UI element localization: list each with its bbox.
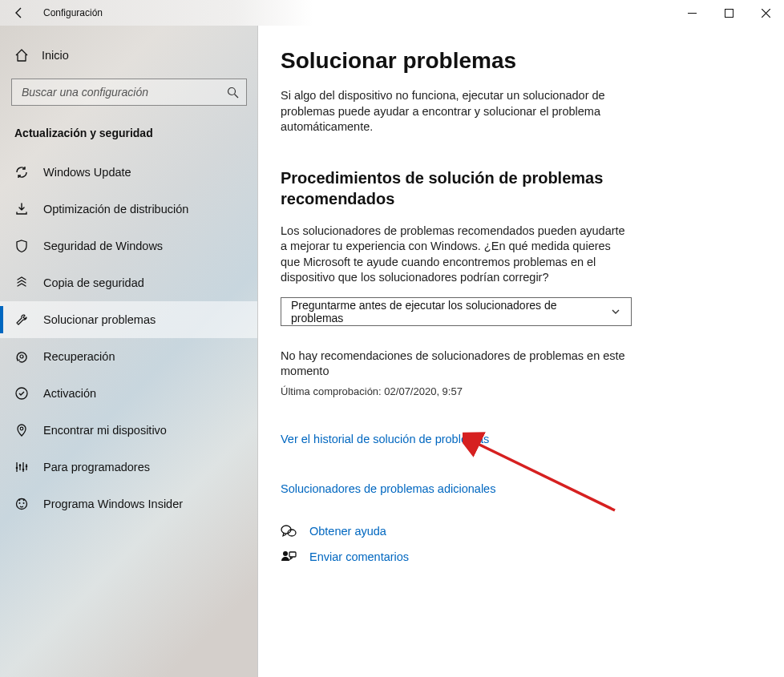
sidebar-item-label: Programa Windows Insider	[43, 498, 183, 510]
sidebar-item-label: Optimización de distribución	[43, 203, 188, 216]
svg-rect-1	[725, 9, 733, 17]
svg-point-4	[20, 355, 23, 358]
additional-troubleshooters-link[interactable]: Solucionadores de problemas adicionales	[281, 482, 752, 495]
download-icon	[14, 202, 29, 216]
history-link[interactable]: Ver el historial de solución de problema…	[281, 433, 752, 445]
wrench-icon	[14, 312, 29, 327]
sidebar-item-label: Seguridad de Windows	[43, 240, 163, 252]
sidebar-item-delivery-optimization[interactable]: Optimización de distribución	[0, 191, 258, 228]
title-bar: Configuración	[0, 0, 784, 26]
home-button[interactable]: Inicio	[0, 42, 258, 71]
svg-point-6	[20, 427, 23, 430]
sidebar-item-troubleshoot[interactable]: Solucionar problemas	[0, 301, 258, 338]
svg-point-13	[23, 502, 25, 504]
sidebar-item-windows-update[interactable]: Windows Update	[0, 154, 258, 191]
svg-point-12	[19, 502, 21, 504]
sidebar-item-label: Solucionar problemas	[43, 313, 156, 326]
page-title: Solucionar problemas	[281, 48, 752, 74]
maximize-button[interactable]	[710, 0, 747, 26]
window-title: Configuración	[43, 7, 103, 18]
close-button[interactable]	[747, 0, 784, 26]
get-help-link[interactable]: Obtener ayuda	[309, 525, 386, 538]
send-feedback-link[interactable]: Enviar comentarios	[309, 550, 409, 563]
location-icon	[14, 423, 29, 437]
chevron-down-icon	[610, 306, 621, 317]
search-field[interactable]	[22, 86, 225, 99]
sidebar-item-activation[interactable]: Activación	[0, 375, 258, 412]
maximize-icon	[725, 9, 733, 18]
sidebar-item-label: Encontrar mi dispositivo	[43, 424, 167, 437]
svg-line-18	[475, 442, 615, 510]
sidebar-item-find-my-device[interactable]: Encontrar mi dispositivo	[0, 412, 258, 449]
sidebar-item-backup[interactable]: Copia de seguridad	[0, 264, 258, 301]
svg-point-11	[17, 499, 27, 510]
home-icon	[14, 48, 29, 62]
search-icon	[225, 87, 240, 99]
svg-point-10	[26, 465, 28, 468]
section-header: Actualización y seguridad	[0, 106, 258, 154]
svg-point-9	[22, 469, 25, 471]
svg-point-7	[16, 467, 18, 469]
section-description: Los solucionadores de problemas recomend…	[281, 224, 625, 286]
last-check-text: Última comprobación: 02/07/2020, 9:57	[281, 385, 752, 397]
shield-icon	[14, 239, 29, 253]
svg-point-16	[283, 551, 288, 556]
feedback-icon	[281, 550, 297, 564]
help-icon	[281, 524, 297, 538]
sidebar-item-label: Recuperación	[43, 350, 115, 363]
sidebar-item-label: Windows Update	[43, 166, 131, 179]
arrow-left-icon	[13, 6, 26, 19]
svg-rect-17	[289, 552, 296, 557]
svg-point-5	[16, 388, 27, 399]
search-input[interactable]	[11, 79, 247, 106]
sidebar-item-insider[interactable]: Programa Windows Insider	[0, 486, 258, 522]
close-icon	[762, 9, 770, 18]
sidebar-item-label: Copia de seguridad	[43, 276, 144, 289]
section-heading: Procedimientos de solución de problemas …	[281, 167, 617, 209]
intro-text: Si algo del dispositivo no funciona, eje…	[281, 88, 617, 135]
insider-icon	[14, 497, 29, 511]
recovery-icon	[14, 349, 29, 364]
troubleshoot-preference-dropdown[interactable]: Preguntarme antes de ejecutar los soluci…	[281, 297, 632, 326]
back-button[interactable]	[0, 0, 38, 26]
sync-icon	[14, 165, 29, 179]
svg-line-3	[234, 94, 238, 98]
check-circle-icon	[14, 386, 29, 401]
developers-icon	[14, 460, 29, 474]
minimize-button[interactable]	[673, 0, 710, 26]
sidebar-item-windows-security[interactable]: Seguridad de Windows	[0, 228, 258, 264]
svg-point-8	[19, 465, 22, 467]
sidebar-item-label: Para programadores	[43, 461, 150, 473]
dropdown-value: Preguntarme antes de ejecutar los soluci…	[291, 299, 610, 324]
sidebar-item-label: Activación	[43, 387, 96, 400]
sidebar-item-recovery[interactable]: Recuperación	[0, 338, 258, 375]
svg-point-2	[228, 87, 235, 95]
main-content: Solucionar problemas Si algo del disposi…	[258, 26, 784, 677]
sidebar: Inicio Actualización y seguridad Windows…	[0, 26, 258, 677]
backup-icon	[14, 276, 29, 290]
sidebar-item-for-developers[interactable]: Para programadores	[0, 449, 258, 486]
home-label: Inicio	[42, 49, 69, 62]
no-recommendations-text: No hay recomendaciones de solucionadores…	[281, 349, 625, 379]
minimize-icon	[688, 9, 697, 18]
